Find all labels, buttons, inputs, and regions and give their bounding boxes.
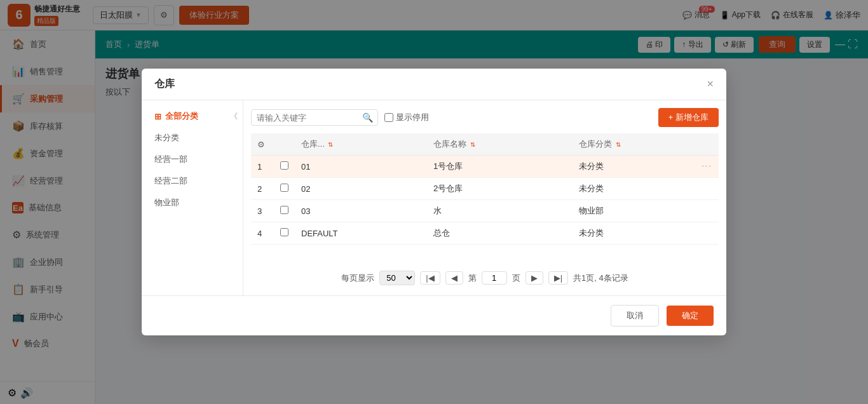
warehouse-modal: 仓库 × ⊞ 全部分类 《 未分类 经营一部 经营二部 (142, 69, 726, 335)
pagination: 每页显示 50 20 100 |◀ ◀ 第 页 ▶ ▶| 共1页, 4 (251, 263, 719, 288)
sort-icon-category: ⇅ (616, 141, 621, 148)
row-category: 未分类 (573, 178, 719, 200)
table-row[interactable]: 2 02 2号仓库 未分类 (251, 178, 719, 200)
collapse-button[interactable]: 《 (227, 111, 240, 122)
col-category[interactable]: 仓库分类 ⇅ (573, 133, 719, 156)
modal-footer: 取消 确定 (142, 295, 726, 335)
row-actions[interactable]: ··· (702, 161, 712, 170)
sort-icon-name: ⇅ (470, 141, 475, 148)
col-code[interactable]: 仓库... ⇅ (295, 133, 427, 156)
warehouse-table: ⚙ 仓库... ⇅ 仓库名称 ⇅ (251, 133, 719, 245)
first-page-button[interactable]: |◀ (420, 271, 440, 285)
search-icon[interactable]: 🔍 (362, 112, 373, 123)
row-num: 1 (251, 156, 274, 178)
sort-icon-code: ⇅ (328, 141, 333, 148)
confirm-button[interactable]: 确定 (667, 306, 714, 326)
category-panel: ⊞ 全部分类 《 未分类 经营一部 经营二部 物业部 (142, 100, 243, 295)
show-disabled-checkbox[interactable] (384, 113, 393, 122)
show-disabled-label: 显示停用 (384, 112, 429, 123)
col-name[interactable]: 仓库名称 ⇅ (427, 133, 573, 156)
table-row[interactable]: 4 DEFAULT 总仓 未分类 (251, 222, 719, 245)
row-name: 2号仓库 (427, 178, 573, 200)
per-page-label: 每页显示 (341, 273, 374, 284)
row-checkbox[interactable] (274, 200, 295, 222)
col-checkbox (274, 133, 295, 156)
row-num: 3 (251, 200, 274, 222)
row-code: 01 (295, 156, 427, 178)
page-unit-label: 页 (512, 273, 520, 284)
current-page-input[interactable] (482, 271, 507, 285)
col-settings: ⚙ (251, 133, 274, 156)
modal-header: 仓库 × (142, 69, 726, 100)
row-category: 未分类 (573, 222, 719, 245)
table-toolbar: 🔍 显示停用 + 新增仓库 (251, 108, 719, 127)
table-row[interactable]: 1 01 1号仓库 未分类··· (251, 156, 719, 178)
modal-overlay: 仓库 × ⊞ 全部分类 《 未分类 经营一部 经营二部 (0, 0, 868, 404)
add-warehouse-button[interactable]: + 新增仓库 (658, 108, 719, 127)
row-checkbox[interactable] (274, 178, 295, 200)
prev-page-button[interactable]: ◀ (445, 271, 463, 285)
search-input[interactable] (257, 113, 358, 123)
category-item-ops2[interactable]: 经营二部 (142, 170, 243, 192)
row-name: 总仓 (427, 222, 573, 245)
last-page-button[interactable]: ▶| (548, 271, 568, 285)
row-checkbox[interactable] (274, 222, 295, 245)
row-code: 02 (295, 178, 427, 200)
modal-title: 仓库 (154, 77, 175, 91)
row-code: DEFAULT (295, 222, 427, 245)
table-row[interactable]: 3 03 水 物业部 (251, 200, 719, 222)
next-page-button[interactable]: ▶ (526, 271, 543, 285)
category-item-ops1[interactable]: 经营一部 (142, 149, 243, 170)
row-name: 水 (427, 200, 573, 222)
search-input-wrap: 🔍 (251, 109, 378, 126)
row-num: 4 (251, 222, 274, 245)
cancel-button[interactable]: 取消 (611, 305, 659, 327)
total-info: 共1页, 4条记录 (573, 273, 628, 284)
row-category: 物业部 (573, 200, 719, 222)
row-code: 03 (295, 200, 427, 222)
row-name: 1号仓库 (427, 156, 573, 178)
modal-body: ⊞ 全部分类 《 未分类 经营一部 经营二部 物业部 (142, 100, 726, 295)
modal-close-button[interactable]: × (707, 77, 714, 91)
table-panel: 🔍 显示停用 + 新增仓库 ⚙ (243, 100, 726, 295)
category-all[interactable]: ⊞ 全部分类 (147, 105, 206, 127)
table-wrapper: ⚙ 仓库... ⇅ 仓库名称 ⇅ (251, 133, 719, 263)
row-num: 2 (251, 178, 274, 200)
row-checkbox[interactable] (274, 156, 295, 178)
grid-icon: ⊞ (154, 112, 161, 121)
category-item-property[interactable]: 物业部 (142, 192, 243, 213)
row-category: 未分类··· (573, 156, 719, 178)
page-label: 第 (468, 273, 477, 284)
category-item-unclassified[interactable]: 未分类 (142, 127, 243, 149)
per-page-select[interactable]: 50 20 100 (379, 271, 415, 285)
